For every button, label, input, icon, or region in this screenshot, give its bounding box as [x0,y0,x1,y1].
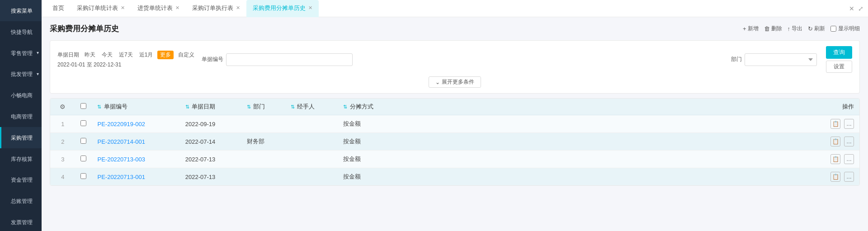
row-checkbox-2[interactable] [80,138,86,144]
view-icon-4[interactable]: 📋 [830,172,840,182]
th-handler: ⇅ 经手人 [285,99,338,115]
row-checkbox-3[interactable] [80,156,86,161]
date-btn-yesterday[interactable]: 昨天 [83,51,97,59]
sort-split-method-icon[interactable]: ⇅ [343,104,347,109]
td-date-4: 2022-07-13 [180,168,241,186]
sidebar-item-finance[interactable]: 资金管理 [0,169,42,190]
sidebar-item-purchase[interactable]: 采购管理 [0,127,42,148]
more-icon-3[interactable]: … [844,154,854,164]
td-ops-1: 📋 … [823,115,859,133]
view-icon-3[interactable]: 📋 [830,154,840,164]
tab-home[interactable]: 首页 [46,0,71,17]
sidebar-item-mobile-commerce[interactable]: 小畅电商 [0,85,42,106]
sidebar: 搜索菜单 快捷导航 零售管理 批发管理 小畅电商 电商管理 采购管理 库存核算 … [0,0,42,231]
td-row-num-2: 2 [50,133,75,151]
expand-window-icon[interactable]: ⤢ [858,5,863,12]
tab-close-purchase-cost-history[interactable]: ✕ [308,5,312,11]
row-checkbox-1[interactable] [80,120,86,126]
expand-row: ⌄ 展开更多条件 [57,76,852,88]
close-all-tabs-icon[interactable]: ✕ [849,5,854,12]
td-dept-3 [241,151,285,168]
more-icon-1[interactable]: … [844,119,854,129]
td-ops-3: 📋 … [823,151,859,168]
delete-icon: 🗑 [764,25,770,32]
sidebar-item-search[interactable]: 搜索菜单 [0,0,42,21]
order-no-link-1[interactable]: PE-20220919-002 [97,121,145,127]
th-order-no: ⇅ 单据编号 [92,99,179,115]
order-no-link-4[interactable]: PE-20220713-001 [97,174,145,180]
td-split-method-3: 按金额 [338,151,823,168]
sort-order-no-icon[interactable]: ⇅ [97,104,101,109]
setting-button[interactable]: 设置 [826,61,852,73]
table-row: 3 PE-20220713-003 2022-07-13 按金额 📋 [50,151,859,168]
td-checkbox-3 [75,151,92,168]
sidebar-item-retail[interactable]: 零售管理 [0,42,42,64]
tab-purchase-receive-stats[interactable]: 进货单统计表 ✕ [131,0,186,17]
sidebar-item-quick-nav[interactable]: 快捷导航 [0,21,42,42]
tab-close-purchase-receive-stats[interactable]: ✕ [175,5,179,11]
view-icon-2[interactable]: 📋 [830,137,840,146]
sort-dept-icon[interactable]: ⇅ [247,104,251,109]
th-checkbox [75,99,92,115]
date-btn-1month[interactable]: 近1月 [137,51,155,59]
expand-conditions-button[interactable]: ⌄ 展开更多条件 [429,76,481,88]
order-no-label: 单据编号 [202,56,223,63]
date-btn-custom[interactable]: 自定义 [176,51,196,59]
settings-icon[interactable]: ⚙ [60,103,66,110]
tab-close-purchase-order-exec[interactable]: ✕ [236,5,240,11]
date-btn-7days[interactable]: 近7天 [117,51,135,59]
show-detail-checkbox-label[interactable]: 显示明细 [830,25,860,33]
export-button[interactable]: ↑ 导出 [788,25,803,33]
order-no-link-3[interactable]: PE-20220713-003 [97,156,145,163]
page-content: 采购费用分摊单历史 + 新增 🗑 删除 ↑ 导出 ↻ 刷新 [42,17,868,231]
td-split-method-1: 按金额 [338,115,823,133]
th-dept: ⇅ 部门 [241,99,285,115]
add-icon: + [743,25,746,32]
tab-purchase-cost-history[interactable]: 采购费用分摊单历史 ✕ [246,0,319,17]
date-btn-more[interactable]: 更多 [157,51,174,59]
th-split-method: ⇅ 分摊方式 [338,99,823,115]
td-row-num-3: 3 [50,151,75,168]
sidebar-item-inventory[interactable]: 库存核算 [0,148,42,170]
data-table: ⚙ ⇅ 单据编号 ⇅ 单据日期 [50,98,860,186]
row-checkbox-4[interactable] [80,173,86,179]
tab-close-purchase-order-stats[interactable]: ✕ [121,5,125,11]
delete-button[interactable]: 🗑 删除 [764,25,782,33]
td-handler-3 [285,151,338,168]
query-button[interactable]: 查询 [826,46,852,59]
date-quick-buttons: 昨天 今天 近7天 近1月 更多 自定义 [83,51,196,59]
select-all-checkbox[interactable] [80,103,86,109]
sort-handler-icon[interactable]: ⇅ [291,104,295,109]
table-row: 1 PE-20220919-002 2022-09-19 按金额 📋 [50,115,859,133]
tab-purchase-order-stats[interactable]: 采购订单统计表 ✕ [71,0,131,17]
td-order-no-4: PE-20220713-001 [92,168,179,186]
dept-filter-group: 部门 [731,53,817,66]
add-button[interactable]: + 新增 [743,25,759,33]
th-settings: ⚙ [50,99,75,115]
sidebar-item-wholesale[interactable]: 批发管理 [0,63,42,85]
tab-purchase-order-exec[interactable]: 采购订单执行表 ✕ [186,0,246,17]
td-dept-4 [241,168,285,186]
order-no-link-2[interactable]: PE-20220714-001 [97,138,145,145]
date-btn-today[interactable]: 今天 [100,51,114,59]
sort-date-icon[interactable]: ⇅ [185,104,189,109]
refresh-button[interactable]: ↻ 刷新 [808,25,825,33]
td-ops-2: 📋 … [823,133,859,151]
chevron-down-icon: ⌄ [435,79,440,85]
show-detail-checkbox[interactable] [830,26,836,32]
sidebar-item-ecommerce[interactable]: 电商管理 [0,106,42,127]
td-row-num-4: 4 [50,168,75,186]
more-icon-4[interactable]: … [844,172,854,182]
main-content: 首页 采购订单统计表 ✕ 进货单统计表 ✕ 采购订单执行表 ✕ 采购费用分摊单历… [42,0,868,231]
td-date-1: 2022-09-19 [180,115,241,133]
more-icon-2[interactable]: … [844,137,854,146]
page-title: 采购费用分摊单历史 [50,24,119,34]
view-icon-1[interactable]: 📋 [830,119,840,129]
order-no-input[interactable] [226,53,353,66]
td-checkbox-4 [75,168,92,186]
sidebar-item-ledger[interactable]: 总账管理 [0,190,42,212]
dept-select[interactable] [745,53,817,66]
sidebar-item-invoice[interactable]: 发票管理 [0,212,42,231]
td-order-no-2: PE-20220714-001 [92,133,179,151]
td-handler-2 [285,133,338,151]
